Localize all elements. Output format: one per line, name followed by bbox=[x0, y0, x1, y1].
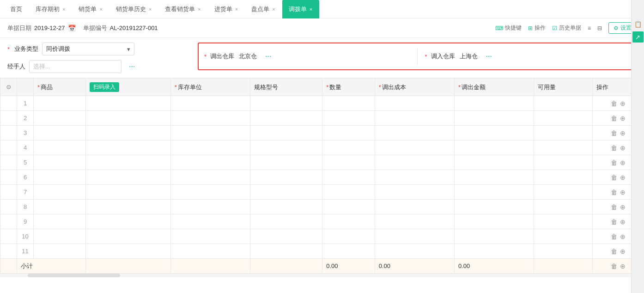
delete-icon-sub[interactable]: 🗑 bbox=[611, 262, 617, 270]
tab-transfer[interactable]: 调拨单 × bbox=[282, 0, 319, 18]
cell-spec-8[interactable] bbox=[250, 200, 322, 214]
tab-home[interactable]: 首页 bbox=[4, 0, 29, 18]
delete-icon-10[interactable]: 🗑 bbox=[611, 233, 617, 240]
delete-icon-7[interactable]: 🗑 bbox=[611, 189, 617, 196]
cell-spec-7[interactable] bbox=[250, 185, 322, 200]
cell-unit-6[interactable] bbox=[170, 170, 250, 185]
cell-product-8[interactable] bbox=[34, 200, 86, 214]
tab-view-sales[interactable]: 查看销货单 × bbox=[158, 0, 207, 18]
cell-spec-10[interactable] bbox=[250, 229, 322, 244]
scan-btn[interactable]: 扫码录入 bbox=[90, 82, 119, 92]
delete-icon-2[interactable]: 🗑 bbox=[611, 115, 617, 122]
cell-amount-11[interactable] bbox=[454, 244, 534, 259]
sidebar-doc-icon[interactable]: 📋 bbox=[632, 18, 644, 30]
tab-purchase[interactable]: 进货单 × bbox=[208, 0, 245, 18]
cell-cost-9[interactable] bbox=[375, 214, 454, 229]
person-select[interactable]: 选择... bbox=[29, 60, 122, 73]
delete-icon-11[interactable]: 🗑 bbox=[611, 248, 617, 255]
delete-icon-4[interactable]: 🗑 bbox=[611, 144, 617, 152]
cell-cost-4[interactable] bbox=[375, 140, 454, 155]
cell-amount-10[interactable] bbox=[454, 229, 534, 244]
cell-qty-10[interactable] bbox=[322, 229, 375, 244]
cell-unit-10[interactable] bbox=[170, 229, 250, 244]
cell-amount-7[interactable] bbox=[454, 185, 534, 200]
copy-icon-3[interactable]: ⊕ bbox=[620, 129, 626, 137]
cell-cost-6[interactable] bbox=[375, 170, 454, 185]
delete-icon-8[interactable]: 🗑 bbox=[611, 203, 617, 211]
delete-icon-3[interactable]: 🗑 bbox=[611, 129, 617, 137]
cell-qty-11[interactable] bbox=[322, 244, 375, 259]
delete-icon-6[interactable]: 🗑 bbox=[611, 174, 617, 181]
col-gear-icon[interactable]: ⚙ bbox=[6, 84, 12, 91]
tab-close-inventory-count[interactable]: × bbox=[272, 6, 275, 12]
cell-spec-2[interactable] bbox=[250, 111, 322, 126]
cell-amount-4[interactable] bbox=[454, 140, 534, 155]
cell-unit-1[interactable] bbox=[170, 96, 250, 111]
cell-cost-5[interactable] bbox=[375, 155, 454, 170]
tab-close-purchase[interactable]: × bbox=[235, 6, 238, 12]
tab-close-transfer[interactable]: × bbox=[310, 6, 312, 12]
cell-product-4[interactable] bbox=[34, 140, 86, 155]
cell-spec-3[interactable] bbox=[250, 126, 322, 140]
cell-cost-3[interactable] bbox=[375, 126, 454, 140]
cell-amount-2[interactable] bbox=[454, 111, 534, 126]
tab-close-sales-order[interactable]: × bbox=[99, 6, 102, 12]
cell-product-2[interactable] bbox=[34, 111, 86, 126]
copy-icon-sub[interactable]: ⊕ bbox=[620, 262, 626, 270]
cell-amount-9[interactable] bbox=[454, 214, 534, 229]
cell-unit-9[interactable] bbox=[170, 214, 250, 229]
tab-sales-order[interactable]: 销货单 × bbox=[72, 0, 109, 18]
copy-icon-6[interactable]: ⊕ bbox=[620, 174, 626, 181]
cell-product-9[interactable] bbox=[34, 214, 86, 229]
delete-icon-1[interactable]: 🗑 bbox=[611, 100, 617, 107]
cell-unit-2[interactable] bbox=[170, 111, 250, 126]
cell-unit-8[interactable] bbox=[170, 200, 250, 214]
cell-product-7[interactable] bbox=[34, 185, 86, 200]
cell-qty-3[interactable] bbox=[322, 126, 375, 140]
delete-icon-9[interactable]: 🗑 bbox=[611, 218, 617, 226]
layout-btn1[interactable]: ≡ bbox=[588, 25, 591, 31]
copy-icon-7[interactable]: ⊕ bbox=[620, 189, 626, 196]
cell-amount-8[interactable] bbox=[454, 200, 534, 214]
quick-key-button[interactable]: ⌨ 快捷键 bbox=[495, 24, 522, 32]
copy-icon-8[interactable]: ⊕ bbox=[620, 203, 626, 211]
person-more-icon[interactable]: ··· bbox=[129, 62, 135, 71]
col-gear-header[interactable]: ⚙ bbox=[0, 79, 17, 96]
cell-product-3[interactable] bbox=[34, 126, 86, 140]
tab-sales-history[interactable]: 销货单历史 × bbox=[109, 0, 158, 18]
cell-amount-3[interactable] bbox=[454, 126, 534, 140]
cell-amount-1[interactable] bbox=[454, 96, 534, 111]
sidebar-expand-icon[interactable]: ↗ bbox=[632, 31, 644, 43]
tab-close-sales-history[interactable]: × bbox=[149, 6, 152, 12]
cell-cost-7[interactable] bbox=[375, 185, 454, 200]
cell-amount-6[interactable] bbox=[454, 170, 534, 185]
copy-icon-2[interactable]: ⊕ bbox=[620, 115, 626, 122]
cell-product-5[interactable] bbox=[34, 155, 86, 170]
transfer-in-more-icon[interactable]: ··· bbox=[486, 52, 492, 61]
cell-qty-9[interactable] bbox=[322, 214, 375, 229]
horizontal-scrollbar[interactable] bbox=[0, 274, 644, 277]
cell-unit-3[interactable] bbox=[170, 126, 250, 140]
col-scan-header[interactable]: 扫码录入 bbox=[86, 79, 170, 96]
delete-icon-5[interactable]: 🗑 bbox=[611, 159, 617, 166]
copy-icon-9[interactable]: ⊕ bbox=[620, 218, 626, 226]
copy-icon-1[interactable]: ⊕ bbox=[620, 100, 626, 107]
cell-qty-7[interactable] bbox=[322, 185, 375, 200]
tab-close-view-sales[interactable]: × bbox=[198, 6, 200, 12]
cell-product-6[interactable] bbox=[34, 170, 86, 185]
cell-unit-7[interactable] bbox=[170, 185, 250, 200]
cell-cost-10[interactable] bbox=[375, 229, 454, 244]
cell-unit-11[interactable] bbox=[170, 244, 250, 259]
cell-spec-11[interactable] bbox=[250, 244, 322, 259]
cell-qty-5[interactable] bbox=[322, 155, 375, 170]
cell-qty-1[interactable] bbox=[322, 96, 375, 111]
cell-unit-5[interactable] bbox=[170, 155, 250, 170]
cell-spec-6[interactable] bbox=[250, 170, 322, 185]
business-type-select[interactable]: 同价调拨 ▾ bbox=[42, 43, 134, 55]
tab-inventory-init[interactable]: 库存期初 × bbox=[29, 0, 72, 18]
cell-cost-2[interactable] bbox=[375, 111, 454, 126]
copy-icon-4[interactable]: ⊕ bbox=[620, 144, 626, 152]
cell-product-10[interactable] bbox=[34, 229, 86, 244]
layout-btn2[interactable]: ⊟ bbox=[597, 25, 602, 31]
cell-cost-11[interactable] bbox=[375, 244, 454, 259]
